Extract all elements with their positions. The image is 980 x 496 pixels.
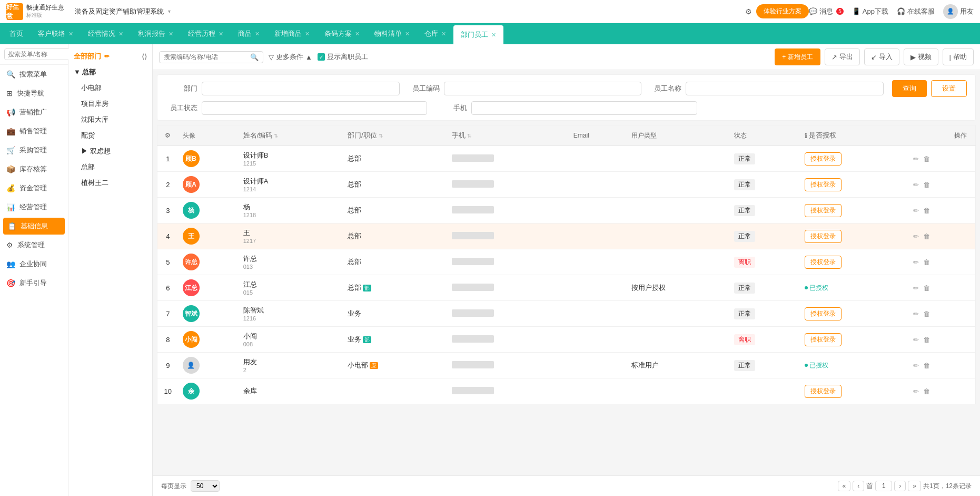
emp-status-select[interactable]	[202, 101, 427, 115]
delete-icon[interactable]: 🗑	[923, 310, 930, 318]
emp-name-input[interactable]	[686, 82, 884, 95]
tree-item-xiaodian[interactable]: 小电部	[68, 80, 152, 96]
employee-search-input[interactable]	[164, 53, 248, 61]
user-item[interactable]: 👤 用友	[943, 4, 974, 19]
dept-select[interactable]	[202, 82, 400, 95]
sidebar-item-guide[interactable]: 🎯新手引导	[0, 274, 68, 293]
gear-icon[interactable]: ⚙	[745, 7, 752, 16]
tree-item-root[interactable]: ▼ 总部	[68, 64, 152, 80]
export-button[interactable]: ↗ 导出	[825, 48, 860, 65]
dropdown-arrow-icon[interactable]: ▾	[168, 8, 171, 14]
auth-button[interactable]: 授权登录	[805, 152, 842, 166]
close-icon[interactable]: ✕	[118, 31, 123, 37]
auth-button[interactable]: 授权登录	[805, 307, 842, 320]
page-number-input[interactable]	[875, 481, 892, 491]
close-icon[interactable]: ✕	[305, 31, 310, 37]
sidebar-item-basic[interactable]: 📋基础信息	[3, 218, 65, 235]
add-employee-button[interactable]: + 新增员工	[775, 48, 820, 65]
collapse-icon[interactable]: ⟨⟩	[142, 53, 147, 61]
col-phone[interactable]: 手机⇅	[448, 125, 569, 146]
tree-item-shuanglv[interactable]: ▶ 双虑想	[68, 143, 152, 159]
tab-goods[interactable]: 商品✕	[231, 23, 267, 44]
sidebar-item-nav[interactable]: ⊞快捷导航	[0, 84, 68, 103]
close-icon[interactable]: ✕	[441, 31, 446, 37]
delete-icon[interactable]: 🗑	[923, 336, 930, 344]
tab-operation[interactable]: 经营情况✕	[81, 23, 131, 44]
view-button[interactable]: ▶ 视频	[904, 48, 938, 65]
tab-new-goods[interactable]: 新增商品✕	[267, 23, 317, 44]
col-name[interactable]: 姓名/编码⇅	[239, 125, 343, 146]
edit-icon[interactable]: ✏	[913, 232, 919, 240]
tab-employees[interactable]: 部门员工✕	[453, 25, 503, 44]
prev-page-btn[interactable]: ‹	[853, 481, 864, 491]
delete-icon[interactable]: 🗑	[923, 232, 930, 240]
sidebar-item-purchase[interactable]: 🛒采购管理	[0, 141, 68, 160]
sidebar-item-sales[interactable]: 💼销售管理	[0, 122, 68, 141]
delete-icon[interactable]: 🗑	[923, 284, 930, 292]
more-filter-btn[interactable]: ▽ 更多条件 ▲	[269, 52, 312, 62]
sidebar-item-management[interactable]: 📊经营管理	[0, 198, 68, 217]
close-icon[interactable]: ✕	[219, 31, 223, 37]
tree-item-shenyang[interactable]: 沈阳大库	[68, 112, 152, 128]
sidebar-item-inventory[interactable]: 📦库存核算	[0, 160, 68, 179]
edit-icon[interactable]: ✏	[104, 53, 110, 60]
set-button[interactable]: 设置	[931, 80, 967, 97]
auth-button[interactable]: 授权登录	[805, 230, 842, 243]
first-page-btn[interactable]: «	[838, 481, 851, 491]
query-button[interactable]: 查询	[892, 80, 927, 97]
phone-input[interactable]	[471, 101, 697, 115]
auth-button[interactable]: 授权登录	[805, 204, 842, 217]
sidebar-item-system[interactable]: ⚙系统管理	[0, 236, 68, 255]
delete-icon[interactable]: 🗑	[923, 258, 930, 266]
auth-button[interactable]: 授权登录	[805, 385, 842, 398]
delete-icon[interactable]: 🗑	[923, 362, 930, 369]
edit-icon[interactable]: ✏	[913, 181, 919, 189]
edit-icon[interactable]: ✏	[913, 155, 919, 163]
delete-icon[interactable]: 🗑	[923, 207, 930, 215]
tab-home[interactable]: 首页	[2, 23, 31, 44]
auth-button[interactable]: 授权登录	[805, 333, 842, 346]
close-icon[interactable]: ✕	[355, 31, 360, 37]
next-page-btn[interactable]: ›	[894, 481, 906, 491]
tab-barcode[interactable]: 条码方案✕	[317, 23, 367, 44]
edit-icon[interactable]: ✏	[913, 284, 919, 292]
edit-icon[interactable]: ✏	[913, 258, 919, 266]
col-settings[interactable]: ⚙	[157, 125, 179, 146]
tree-item-zhishu[interactable]: 植树王二	[68, 175, 152, 191]
auth-button[interactable]: 授权登录	[805, 178, 842, 191]
import-button[interactable]: ↙ 导入	[864, 48, 899, 65]
close-icon[interactable]: ✕	[405, 31, 410, 37]
sidebar-item-search[interactable]: 🔍搜索菜单	[0, 65, 68, 84]
tab-warehouse[interactable]: 仓库✕	[417, 23, 453, 44]
show-resign-toggle[interactable]: ✓ 显示离职员工	[318, 52, 368, 62]
app-download-item[interactable]: 📱 App下载	[852, 7, 888, 16]
online-service-item[interactable]: 🎧 在线客服	[897, 7, 935, 16]
close-icon[interactable]: ✕	[169, 31, 173, 37]
tab-history[interactable]: 经营历程✕	[181, 23, 231, 44]
page-size-select[interactable]: 50 20 100	[191, 480, 220, 492]
tab-customer[interactable]: 客户联络✕	[31, 23, 81, 44]
close-icon[interactable]: ✕	[68, 31, 73, 37]
help-button[interactable]: | 帮助	[943, 48, 974, 65]
sidebar-item-collab[interactable]: 👥企业协同	[0, 255, 68, 274]
edit-icon[interactable]: ✏	[913, 310, 919, 318]
delete-icon[interactable]: 🗑	[923, 387, 930, 395]
message-item[interactable]: 💬 消息 5	[809, 7, 844, 16]
edit-icon[interactable]: ✏	[913, 362, 919, 369]
tree-item-peihuo[interactable]: 配货	[68, 128, 152, 143]
edit-icon[interactable]: ✏	[913, 387, 919, 395]
tab-bom[interactable]: 物料清单✕	[367, 23, 417, 44]
sidebar-item-marketing[interactable]: 📢营销推广	[0, 103, 68, 122]
search-submit-icon[interactable]: 🔍	[250, 53, 259, 61]
close-icon[interactable]: ✕	[491, 32, 496, 38]
col-dept[interactable]: 部门/职位⇅	[343, 125, 448, 146]
edit-icon[interactable]: ✏	[913, 207, 919, 215]
tree-item-project[interactable]: 项目库房	[68, 96, 152, 112]
last-page-btn[interactable]: »	[908, 481, 921, 491]
delete-icon[interactable]: 🗑	[923, 155, 930, 163]
close-icon[interactable]: ✕	[255, 31, 260, 37]
sidebar-item-finance[interactable]: 💰资金管理	[0, 179, 68, 198]
delete-icon[interactable]: 🗑	[923, 181, 930, 189]
trial-button[interactable]: 体验行业方案	[756, 4, 809, 18]
tree-item-zongbu[interactable]: 总部	[68, 159, 152, 175]
